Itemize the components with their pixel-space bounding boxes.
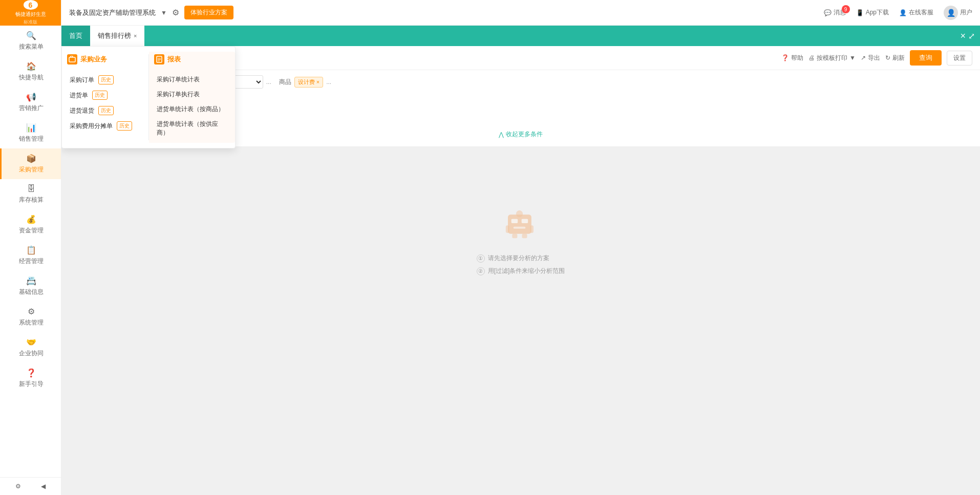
sidebar-collapse-button[interactable]: ◀	[41, 483, 46, 490]
purchase-return-item[interactable]: 进货退货 历史	[67, 103, 143, 118]
sidebar-item-finance[interactable]: 💰 资金管理	[0, 209, 61, 240]
tabbar: 首页 销售排行榜 × × ⤢ 采购业务	[61, 26, 980, 46]
app-download-button[interactable]: 📱 App下载	[856, 8, 889, 17]
sidebar-item-label: 系统管理	[19, 318, 44, 327]
purchase-inbound-history-tag: 历史	[92, 91, 108, 100]
purchase-return-history-tag: 历史	[98, 106, 114, 115]
inbound-stat-goods-label: 进货单统计表（按商品）	[157, 105, 224, 114]
tab-home[interactable]: 首页	[61, 26, 90, 46]
print-dropdown-icon: ▼	[849, 54, 856, 61]
logo-text: 畅捷通好生意	[15, 11, 46, 18]
sidebar-item-quicknav[interactable]: 🏠 快捷导航	[0, 56, 61, 87]
purchase-report-title: 报表	[154, 54, 230, 67]
topbar: 装备及固定资产辅助管理系统 ▼ ⚙ 体验行业方案 💬 消息 9 📱 App下载 …	[61, 0, 980, 26]
inbound-stat-goods-item[interactable]: 进货单统计表（按商品）	[154, 102, 230, 117]
query-button[interactable]: 查询	[910, 50, 942, 66]
topbar-settings-button[interactable]: ⚙	[172, 8, 179, 17]
settings-small-button[interactable]: 设置	[947, 51, 972, 66]
basic-icon: 📇	[26, 276, 36, 286]
search-icon: 🔍	[26, 31, 36, 40]
user-label: 用户	[960, 8, 972, 17]
tab-home-label: 首页	[69, 31, 82, 40]
purchase-business-title: 采购业务	[67, 54, 143, 67]
export-button[interactable]: ↗ 导出	[861, 54, 880, 62]
purchase-return-label: 进货退货	[70, 106, 94, 115]
online-service-button[interactable]: 👤 在线客服	[899, 8, 933, 17]
tab-window-close-button[interactable]: ×	[960, 31, 966, 41]
empty-tips: ① 请先选择要分析的方案 ② 用[过滤]条件来缩小分析范围	[477, 254, 565, 275]
topbar-right: 💬 消息 9 📱 App下载 👤 在线客服 👤 用户	[824, 6, 972, 20]
svg-rect-2	[508, 214, 531, 234]
sidebar-item-label: 销售管理	[19, 135, 44, 143]
sidebar-item-operation[interactable]: 📋 经营管理	[0, 240, 61, 271]
sidebar-item-inventory[interactable]: 🗄 库存核算	[0, 179, 61, 209]
sidebar-item-search[interactable]: 🔍 搜索菜单	[0, 26, 61, 56]
tab-window-maximize-button[interactable]: ⤢	[968, 31, 975, 41]
home-icon: 🏠	[26, 61, 36, 71]
purchase-order-stat-item[interactable]: 采购订单统计表	[154, 72, 230, 87]
status-ellipsis[interactable]: ...	[266, 78, 271, 85]
svg-rect-10	[522, 234, 527, 238]
sidebar-nav: 🔍 搜索菜单 🏠 快捷导航 📢 营销推广 📊 销售管理 📦 采购管理 🗄 库存核…	[0, 26, 61, 477]
refresh-button[interactable]: ↻ 刷新	[885, 54, 905, 62]
purchase-order-exec-item[interactable]: 采购订单执行表	[154, 87, 230, 102]
tab-sales-rank[interactable]: 销售排行榜 ×	[90, 26, 144, 46]
svg-point-6	[516, 210, 523, 217]
sidebar-item-label: 快捷导航	[19, 73, 44, 82]
sidebar-item-label: 库存核算	[19, 196, 44, 204]
help-button[interactable]: ❓ 帮助	[781, 54, 803, 62]
purchase-order-history-tag: 历史	[98, 75, 114, 84]
purchase-business-col-label: 采购业务	[80, 55, 107, 64]
sidebar-item-label: 营销推广	[19, 104, 44, 113]
purchase-report-col-label: 报表	[167, 55, 181, 64]
sidebar-footer: ⚙ ◀	[0, 477, 61, 495]
purchase-expense-label: 采购费用分摊单	[70, 122, 113, 131]
user-avatar: 👤	[944, 6, 958, 20]
industry-button[interactable]: 体验行业方案	[184, 6, 233, 19]
purchase-icon: 📦	[26, 154, 36, 163]
sidebar-item-basic[interactable]: 📇 基础信息	[0, 271, 61, 302]
sidebar-item-label: 经营管理	[19, 257, 44, 266]
user-button[interactable]: 👤 用户	[944, 6, 972, 20]
sidebar-logo: 6 畅捷通好生意 标准版	[0, 0, 61, 26]
goods-chip[interactable]: 设计费 ×	[294, 77, 323, 88]
purchase-business-column: 采购业务 采购订单 历史 进货单 历史 进货退货 历史 采购费用分摊单 历史	[62, 52, 148, 143]
sidebar-item-label: 新手引导	[19, 380, 44, 389]
sidebar-item-system[interactable]: ⚙ 系统管理	[0, 302, 61, 332]
system-dropdown-button[interactable]: ▼	[161, 9, 167, 16]
message-icon: 💬	[824, 9, 832, 16]
sidebar-item-label: 搜索菜单	[19, 42, 44, 51]
logo-icon: 6	[24, 0, 38, 10]
avatar-icon: 👤	[947, 9, 955, 17]
app-download-label: App下载	[866, 8, 889, 17]
system-icon: ⚙	[28, 307, 35, 316]
purchase-order-item[interactable]: 采购订单 历史	[67, 72, 143, 88]
sidebar-item-label: 基础信息	[19, 288, 44, 296]
sales-icon: 📊	[26, 123, 36, 133]
sidebar-item-purchase[interactable]: 📦 采购管理	[0, 148, 61, 179]
sidebar-item-marketing[interactable]: 📢 营销推广	[0, 87, 61, 118]
purchase-expense-item[interactable]: 采购费用分摊单 历史	[67, 118, 143, 134]
operation-icon: 📋	[26, 245, 36, 255]
empty-illustration	[495, 198, 546, 249]
sidebar-item-label: 采购管理	[19, 165, 44, 174]
sidebar-item-sales[interactable]: 📊 销售管理	[0, 118, 61, 148]
tip-num-2: ②	[477, 267, 485, 275]
service-icon: 👤	[899, 9, 907, 16]
tab-close-button[interactable]: ×	[134, 33, 137, 39]
message-button[interactable]: 💬 消息 9	[824, 8, 846, 17]
sidebar-item-guide[interactable]: ❓ 新手引导	[0, 363, 61, 394]
goods-chip-close[interactable]: ×	[316, 79, 319, 85]
sidebar-item-enterprise[interactable]: 🤝 企业协同	[0, 332, 61, 363]
svg-rect-4	[522, 219, 528, 223]
filter-goods-item: 商品 设计费 × ...	[279, 77, 331, 88]
svg-rect-0	[69, 57, 75, 62]
purchase-inbound-item[interactable]: 进货单 历史	[67, 88, 143, 103]
tip-num-1: ①	[477, 254, 485, 263]
print-template-button[interactable]: 🖨 按模板打印 ▼	[808, 54, 856, 62]
goods-ellipsis[interactable]: ...	[326, 78, 331, 85]
goods-label: 商品	[279, 78, 291, 87]
sidebar-settings-button[interactable]: ⚙	[15, 483, 21, 490]
inbound-stat-supplier-item[interactable]: 进货单统计表（按供应商）	[154, 117, 230, 140]
purchase-inbound-label: 进货单	[70, 91, 88, 100]
